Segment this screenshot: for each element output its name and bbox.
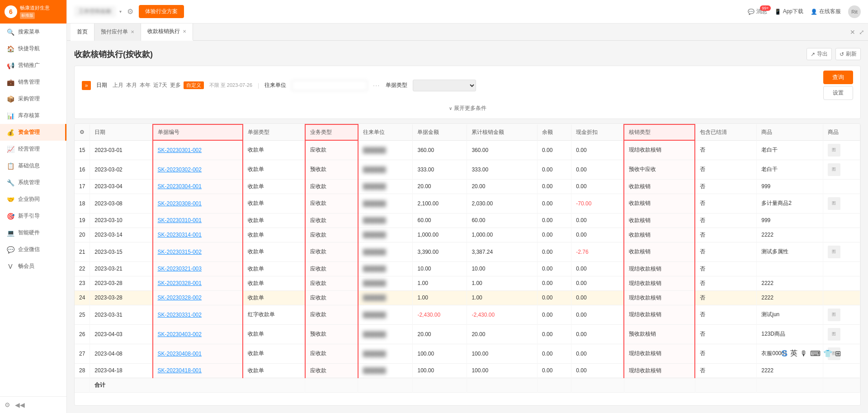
cell-amount: 3,390.00: [413, 242, 467, 261]
date-this-year[interactable]: 本年: [140, 81, 151, 89]
sidebar-item-system[interactable]: 🔧系统管理: [0, 174, 66, 191]
message-button[interactable]: 💬 消息 99+: [748, 8, 767, 15]
partner-filter-label: 往来单位: [264, 81, 286, 89]
tab-receipt-verify[interactable]: 收款核销执行✕: [141, 24, 193, 41]
tab-close-receipt-verify[interactable]: ✕: [183, 29, 186, 34]
query-button[interactable]: 查询: [823, 71, 853, 84]
date-more[interactable]: 更多: [170, 81, 181, 89]
tab-close-prepay[interactable]: ✕: [131, 29, 134, 34]
sidebar-item-capital[interactable]: 💰资金管理: [0, 124, 66, 141]
th-date: 日期: [90, 124, 153, 140]
sidebar-item-guide[interactable]: 🎯新手引导: [0, 208, 66, 224]
doc-no-link[interactable]: SK-20230304-001: [158, 183, 202, 190]
tab-prepay[interactable]: 预付应付单✕: [94, 24, 141, 41]
total-settings: [75, 378, 90, 392]
doc-no-link[interactable]: SK-20230403-002: [158, 331, 202, 337]
cell-settled: 否: [695, 305, 756, 324]
tab-close-all-button[interactable]: ✕: [850, 28, 855, 36]
cell-balance: 0.00: [538, 363, 571, 378]
cell-no: 22: [75, 261, 90, 276]
refresh-icon: ↺: [840, 51, 844, 57]
app-download-button[interactable]: 📱 App下载: [774, 8, 803, 15]
sidebar-item-hardware[interactable]: 💻智能硬件: [0, 224, 66, 241]
cell-partner: ██████: [358, 194, 413, 213]
sidebar-collapse-icon[interactable]: ◀◀: [15, 401, 25, 408]
cell-verify-type: 现结收款核销: [624, 276, 695, 290]
th-doc-type: 单据类型: [243, 124, 305, 140]
expand-row: ∨ 展开更多条件: [82, 103, 853, 114]
partner-filter-input[interactable]: [292, 80, 368, 91]
sidebar-item-quick-nav[interactable]: 🏠快捷导航: [0, 40, 66, 57]
th-settings[interactable]: ⚙: [75, 124, 90, 140]
table-row: 24 2023-03-28 SK-20230328-002 收款单 应收款 ██…: [75, 290, 860, 305]
expand-conditions-button[interactable]: ∨ 展开更多条件: [443, 103, 492, 114]
date-filter-label: 日期: [96, 81, 107, 89]
cell-biz-type: 应收款: [305, 242, 358, 261]
sidebar-item-search[interactable]: 🔍搜索菜单: [0, 24, 66, 40]
cell-cumulative: 1.00: [467, 290, 538, 305]
sidebar-item-enterprise[interactable]: 🤝企业协同: [0, 191, 66, 208]
cell-doc-type: 收款单: [243, 324, 305, 344]
online-service-button[interactable]: 👤 在线客服: [811, 8, 841, 15]
doc-no-link[interactable]: SK-20230328-002: [158, 294, 202, 301]
cell-cumulative: 3,387.24: [467, 242, 538, 261]
date-custom-button[interactable]: 自定义: [184, 81, 204, 89]
export-button[interactable]: ↗ 导出: [807, 48, 832, 60]
cell-biz-type: 预收款: [305, 160, 358, 179]
doc-no-link[interactable]: SK-20230408-001: [158, 351, 202, 357]
table-row: 17 2023-03-04 SK-20230304-001 收款单 应收款 ██…: [75, 179, 860, 194]
date-7-days[interactable]: 近7天: [153, 81, 167, 89]
cell-verify-type: 现结收款核销: [624, 305, 695, 324]
cell-partner: ██████: [358, 228, 413, 242]
sidebar-icon-guide: 🎯: [6, 213, 14, 220]
cell-discount: 0.00: [571, 276, 624, 290]
sidebar-item-purchase[interactable]: 📦采购管理: [0, 90, 66, 107]
th-verify-type: 核销类型: [624, 124, 695, 140]
cell-discount: 0.00: [571, 261, 624, 276]
doc-no-link[interactable]: SK-20230308-001: [158, 200, 202, 207]
topbar-gear-icon[interactable]: ⚙: [127, 7, 133, 16]
doc-no-link[interactable]: SK-20230301-002: [158, 147, 202, 153]
sidebar-label-capital: 资金管理: [18, 128, 40, 136]
experience-button[interactable]: 体验行业方案: [139, 5, 184, 18]
doc-type-filter-select[interactable]: [413, 80, 476, 91]
tab-maximize-button[interactable]: ⤢: [859, 28, 864, 36]
sidebar-item-basic[interactable]: 📋基础信息: [0, 157, 66, 174]
date-this-month[interactable]: 本月: [126, 81, 137, 89]
tabs-container: 首页预付应付单✕收款核销执行✕: [71, 24, 193, 41]
sidebar-item-sales[interactable]: 💼销售管理: [0, 74, 66, 90]
sidebar-item-operations[interactable]: 📈经营管理: [0, 141, 66, 157]
sidebar-gear-icon[interactable]: ⚙: [5, 401, 10, 408]
doc-no-link[interactable]: SK-20230314-001: [158, 232, 202, 238]
sidebar-item-marketing[interactable]: 📢营销推广: [0, 57, 66, 74]
date-last-month[interactable]: 上月: [113, 81, 123, 89]
workspace-dropdown-icon[interactable]: ▾: [119, 9, 122, 14]
total-verify-type: [624, 378, 695, 392]
doc-no-link[interactable]: SK-20230302-002: [158, 166, 202, 173]
doc-no-link[interactable]: SK-20230328-001: [158, 280, 202, 286]
doc-no-link[interactable]: SK-20230310-001: [158, 217, 202, 223]
table-scroll[interactable]: ⚙ 日期 单据编号 单据类型 业务类型 往来单位 单据金额 累计核销金额 余额 …: [75, 124, 860, 405]
doc-no-link[interactable]: SK-20230321-003: [158, 266, 202, 272]
goods-thumbnail: 图: [828, 163, 840, 176]
filter-bar: » 日期 上月 本月 本年 近7天 更多 自定义 不限 至 2023-07-26…: [74, 66, 861, 119]
th-cumulative: 累计核销金额: [467, 124, 538, 140]
filter-settings-button[interactable]: 设置: [823, 86, 853, 100]
cell-balance: 0.00: [538, 140, 571, 160]
cell-partner: ██████: [358, 140, 413, 160]
doc-no-link[interactable]: SK-20230418-001: [158, 367, 202, 374]
sidebar-item-inventory[interactable]: 📊库存核算: [0, 107, 66, 124]
tab-home[interactable]: 首页: [71, 24, 94, 41]
sidebar-item-member[interactable]: V畅会员: [0, 258, 66, 275]
cell-balance: 0.00: [538, 228, 571, 242]
user-avatar[interactable]: Rit: [848, 5, 861, 18]
topbar-right: 💬 消息 99+ 📱 App下载 👤 在线客服 Rit: [748, 5, 861, 18]
workspace-selector[interactable]: 工作空间名称 ▾: [74, 6, 122, 17]
total-discount: [571, 378, 624, 392]
refresh-button[interactable]: ↺ 刷新: [835, 48, 861, 60]
filter-collapse-button[interactable]: »: [82, 81, 91, 90]
th-amount: 单据金额: [413, 124, 467, 140]
sidebar-item-weixin[interactable]: 💬企业微信: [0, 241, 66, 258]
doc-no-link[interactable]: SK-20230315-002: [158, 249, 202, 255]
doc-no-link[interactable]: SK-20230331-002: [158, 312, 202, 318]
